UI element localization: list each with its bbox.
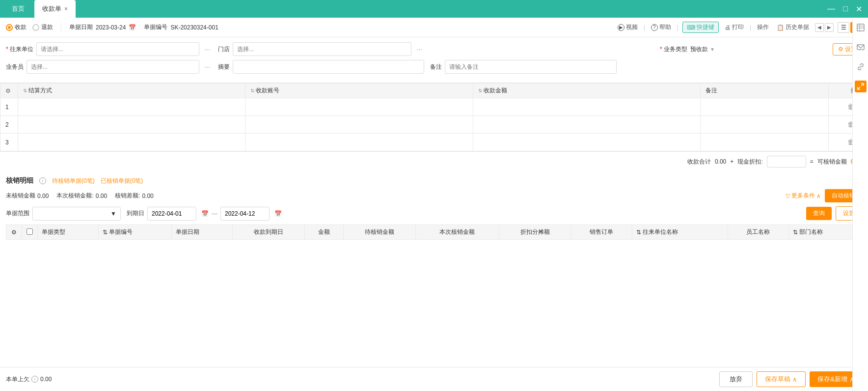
date-to-input[interactable] [220,207,270,221]
bth-counterpart-label: 往来单位名称 [643,228,678,236]
business-type-arrow: ▼ [710,47,715,52]
bth-counterpart: ⇅ 往来单位名称 [632,225,728,240]
diff-amount-item: 核销差额: 0.00 [115,192,154,200]
th-gear: ⚙ [0,84,18,98]
row3-settlement[interactable] [18,134,245,151]
discount-label: 现金折扣: [737,158,762,166]
row1-amount[interactable] [473,98,700,116]
bottom-table-wrap: ⚙ 单据类型 [6,224,862,362]
form-row-2: 业务员 ··· 摘要 备注 [6,60,862,74]
row2-settlement[interactable] [18,116,245,134]
filter-icon: ▽ [786,193,790,199]
tab-close-icon[interactable]: × [64,5,68,12]
row1-index: 1 [0,98,18,116]
total-label: 收款合计 [687,158,711,166]
receipts-table-wrap: ⚙ ⇅ 结算方式 ⇅ 收款账号 [0,83,868,152]
calendar-icon[interactable]: 📅 [129,24,136,31]
row2-account[interactable] [245,116,473,134]
tab-receipt[interactable]: 收款单 × [34,0,76,18]
store-input[interactable] [233,42,411,56]
row1-remark[interactable] [701,98,829,116]
date-from-icon[interactable]: 📅 [201,210,209,217]
th-remark: 备注 [701,84,829,98]
range-select[interactable]: ▼ [32,207,121,221]
remark-input[interactable] [445,60,617,74]
amount-col-sort: ⇅ 收款金额 [478,86,695,95]
store-more-btn[interactable]: ··· [414,45,424,53]
keyboard-icon: ⌨ [687,24,695,31]
business-type-select[interactable]: 预收款 ▼ [690,45,715,54]
list-view-btn[interactable]: ☰ [838,22,849,33]
refund-radio[interactable]: 退款 [32,23,53,31]
bth-employee-label: 员工名称 [746,228,770,235]
print-btn[interactable]: 🖨 打印 [723,22,746,32]
verification-info-icon[interactable]: i [39,177,46,184]
bth-doc-type-label: 单据类型 [42,228,65,236]
verification-section: 核销明细 i 待核销单据(0笔) 已核销单据(0笔) 未核销金额 0.00 本次… [0,171,868,367]
save-draft-btn[interactable]: 保存草稿 ∧ [757,371,806,387]
doc-number-sort-icon: ⇅ [103,229,108,236]
counterpart-input[interactable] [36,42,199,56]
row2-remark[interactable] [701,116,829,134]
tab-bar: 首页 收款单 × — □ ✕ [0,0,868,18]
salesperson-input[interactable] [27,60,199,74]
query-btn[interactable]: 查询 [806,207,832,220]
next-arrow[interactable]: ▶ [825,23,834,32]
select-all-checkbox[interactable] [27,228,33,235]
salesperson-more-btn[interactable]: ··· [202,63,212,71]
form-row-1: 往来单位 ··· 门店 ··· 业务类型 预收款 ▼ [6,42,862,56]
sidebar-table-icon[interactable] [855,22,867,33]
maximize-icon[interactable]: □ [841,3,850,14]
prev-arrow[interactable]: ◀ [815,23,824,32]
discount-input[interactable] [767,156,806,168]
sidebar-link-icon[interactable] [855,61,867,73]
table-gear-icon[interactable]: ⚙ [5,87,11,94]
pending-tab[interactable]: 待核销单据(0笔) [52,177,95,185]
row2-amount[interactable] [473,116,700,134]
diff-value: 0.00 [142,193,153,199]
history-icon: 📋 [777,24,784,31]
operation-btn[interactable]: 操作 [755,22,771,32]
sidebar-expand-icon[interactable] [855,81,867,92]
date-from-input[interactable] [147,207,196,221]
due-date-field: 到期日 📅 — 📅 [127,207,282,221]
memo-field: 摘要 [218,60,424,74]
row3-remark[interactable] [701,134,829,151]
shortcut-btn[interactable]: ⌨ 快捷键 [682,22,719,33]
refund-radio-dot [32,24,39,31]
bottom-info: 本单上欠 i 0.00 [6,375,52,384]
bth-amount: 金额 [305,225,343,240]
row1-settlement[interactable] [18,98,245,116]
bth-amount-label: 金额 [318,228,330,235]
done-tab[interactable]: 已核销单据(0笔) [101,177,143,185]
sort-icon3: ⇅ [478,88,482,93]
help-btn[interactable]: ? 帮助 [649,22,673,32]
sidebar-email-icon[interactable] [855,41,867,53]
row1-account[interactable] [245,98,473,116]
limit-value: 0.00 [40,376,52,383]
salesperson-label: 业务员 [6,63,24,71]
range-label: 单据范围 [6,209,29,218]
business-type-field: 业务类型 预收款 ▼ [660,45,827,54]
th-account: ⇅ 收款账号 [245,84,473,98]
row3-amount[interactable] [473,134,700,151]
more-filter-btn[interactable]: ▽ 更多条件 ∧ [786,192,821,200]
minimize-icon[interactable]: — [825,3,837,14]
video-btn[interactable]: ▶ 视频 [616,22,640,32]
history-btn[interactable]: 📋 历史单据 [775,22,811,32]
abandon-btn[interactable]: 放弃 [719,371,753,387]
net-label: 可核销金额 [817,158,847,166]
close-icon[interactable]: ✕ [854,3,864,15]
number-value: SK-20230324-001 [170,24,218,31]
row3-account[interactable] [245,134,473,151]
receipt-radio[interactable]: 收款 [6,23,27,31]
limit-info-icon[interactable]: i [31,376,38,383]
memo-input[interactable] [233,60,424,74]
counterpart-more-btn[interactable]: ··· [202,45,212,53]
date-label: 单据日期 [69,23,93,31]
limit-label: 本单上欠 [6,375,29,384]
bottom-gear-icon[interactable]: ⚙ [11,229,17,236]
number-field: 单据编号 SK-20230324-001 [144,23,218,31]
tab-home[interactable]: 首页 [4,0,32,18]
date-to-icon[interactable]: 📅 [274,210,282,217]
